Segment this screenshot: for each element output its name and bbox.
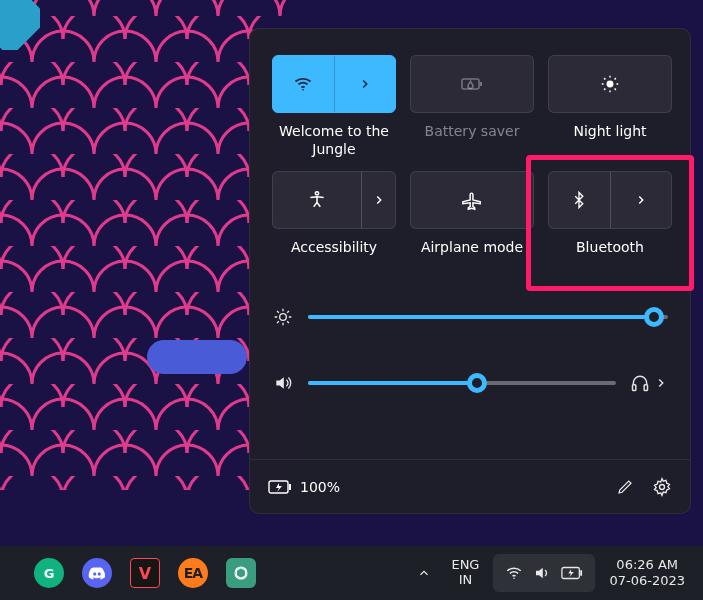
- tile-night-light: Night light: [548, 55, 672, 161]
- settings-button[interactable]: [652, 477, 672, 497]
- wifi-toggle-main[interactable]: [273, 56, 334, 112]
- bluetooth-icon: [570, 190, 588, 210]
- lang-bottom: IN: [459, 573, 473, 588]
- taskbar: G V EA ENG IN 06:26 AM 07-06-2023: [0, 546, 703, 600]
- battery-icon: [561, 566, 583, 580]
- volume-icon: [272, 373, 294, 393]
- svg-point-4: [607, 81, 613, 87]
- system-tray: ENG IN 06:26 AM 07-06-2023: [407, 546, 703, 600]
- quick-settings-tiles: Welcome to the Jungle Battery saver Nigh…: [272, 55, 668, 277]
- volume-row: [272, 373, 668, 393]
- svg-rect-3: [480, 82, 482, 86]
- svg-point-6: [280, 314, 287, 321]
- taskbar-app-discord[interactable]: [82, 558, 112, 588]
- accessibility-icon: [307, 190, 327, 210]
- accessibility-toggle[interactable]: [272, 171, 396, 229]
- battery-status[interactable]: 100%: [268, 479, 340, 495]
- brightness-row: [272, 307, 668, 327]
- chevron-up-icon: [417, 566, 431, 580]
- taskbar-app-chatgpt[interactable]: [226, 558, 256, 588]
- battery-saver-toggle[interactable]: [410, 55, 534, 113]
- brightness-slider[interactable]: [308, 315, 668, 319]
- wallpaper-shape: [147, 340, 247, 374]
- tray-overflow[interactable]: [407, 546, 441, 600]
- tile-label: Welcome to the Jungle: [272, 123, 396, 161]
- svg-rect-8: [644, 385, 647, 391]
- wallpaper-pattern: [0, 0, 290, 490]
- svg-point-13: [514, 578, 516, 580]
- wallpaper-shape: [0, 0, 40, 50]
- volume-slider[interactable]: [308, 381, 616, 385]
- taskbar-app-grammarly[interactable]: G: [34, 558, 64, 588]
- tile-label: Bluetooth: [576, 239, 644, 277]
- discord-icon: [88, 566, 106, 580]
- edit-button[interactable]: [616, 478, 634, 496]
- volume-icon: [533, 564, 551, 582]
- quick-settings-footer: 100%: [250, 459, 690, 513]
- gear-icon: [652, 477, 672, 497]
- tile-airplane-mode: Airplane mode: [410, 171, 534, 277]
- taskbar-app-ea[interactable]: EA: [178, 558, 208, 588]
- tray-status-group[interactable]: [493, 554, 595, 592]
- clock-date: 07-06-2023: [609, 573, 685, 589]
- svg-rect-10: [289, 484, 291, 490]
- svg-rect-15: [581, 570, 583, 576]
- svg-rect-0: [0, 0, 290, 490]
- chevron-right-icon: [654, 376, 668, 390]
- chevron-right-icon: [372, 193, 386, 207]
- pencil-icon: [616, 478, 634, 496]
- audio-output-button[interactable]: [630, 373, 668, 393]
- sliders: [272, 307, 668, 393]
- tile-bluetooth: Bluetooth: [548, 171, 672, 277]
- accessibility-expand[interactable]: [361, 172, 395, 228]
- airplane-mode-toggle[interactable]: [410, 171, 534, 229]
- wifi-icon: [505, 564, 523, 582]
- tile-label: Night light: [573, 123, 646, 161]
- brightness-icon: [272, 307, 294, 327]
- bluetooth-toggle[interactable]: [548, 171, 672, 229]
- airplane-icon: [461, 189, 483, 211]
- svg-rect-7: [633, 385, 636, 391]
- taskbar-apps: G V EA: [34, 558, 256, 588]
- quick-settings-panel: Welcome to the Jungle Battery saver Nigh…: [249, 28, 691, 514]
- battery-saver-icon: [460, 74, 484, 94]
- battery-percent: 100%: [300, 479, 340, 495]
- tile-label: Airplane mode: [421, 239, 523, 277]
- svg-point-1: [302, 89, 304, 91]
- wifi-expand[interactable]: [334, 56, 396, 112]
- taskbar-app-valorant[interactable]: V: [130, 558, 160, 588]
- language-switcher[interactable]: ENG IN: [441, 546, 489, 600]
- tray-clock[interactable]: 06:26 AM 07-06-2023: [599, 546, 703, 600]
- wifi-toggle[interactable]: [272, 55, 396, 113]
- night-light-icon: [599, 73, 621, 95]
- tile-accessibility: Accessibility: [272, 171, 396, 277]
- chevron-right-icon: [634, 193, 648, 207]
- chatgpt-icon: [232, 564, 250, 582]
- clock-time: 06:26 AM: [616, 557, 678, 573]
- bluetooth-expand[interactable]: [610, 172, 672, 228]
- chevron-right-icon: [358, 77, 372, 91]
- tile-wifi: Welcome to the Jungle: [272, 55, 396, 161]
- tile-battery-saver: Battery saver: [410, 55, 534, 161]
- accessibility-toggle-main[interactable]: [273, 172, 361, 228]
- bluetooth-toggle-main[interactable]: [549, 172, 610, 228]
- lang-top: ENG: [451, 558, 479, 573]
- wifi-icon: [293, 74, 313, 94]
- svg-point-11: [660, 484, 665, 489]
- night-light-toggle[interactable]: [548, 55, 672, 113]
- tile-label: Accessibility: [291, 239, 377, 277]
- tile-label: Battery saver: [425, 123, 520, 161]
- headphones-icon: [630, 373, 650, 393]
- svg-point-5: [315, 192, 318, 195]
- battery-charging-icon: [268, 479, 292, 495]
